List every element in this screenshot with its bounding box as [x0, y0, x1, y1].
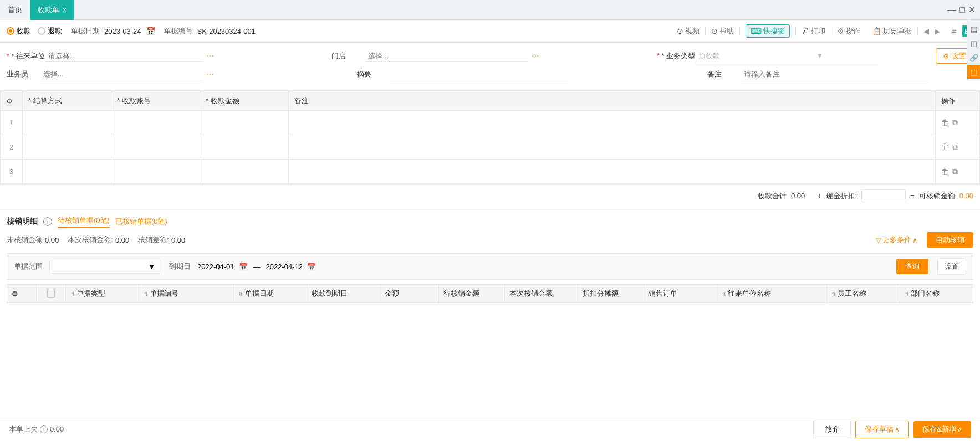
more-filter-btn[interactable]: ▽ 更多条件 ∧: [876, 235, 918, 245]
range-select[interactable]: ▼: [49, 260, 160, 274]
staff-field: 业务员 ···: [7, 68, 217, 80]
tab-done[interactable]: 已核销单据(0笔): [115, 217, 167, 227]
doc-no-value: SK-20230324-001: [197, 27, 256, 35]
row-3-account[interactable]: [111, 160, 200, 184]
help-btn[interactable]: ⊙ 帮助: [711, 26, 734, 36]
writeoff-info-icon[interactable]: i: [43, 217, 52, 226]
row-2-notes[interactable]: [289, 135, 936, 160]
row-2-amount[interactable]: [200, 135, 289, 160]
tab-receipt-close[interactable]: ×: [63, 6, 67, 14]
panel-layout-icon[interactable]: ◫: [967, 37, 981, 50]
row-3-amount[interactable]: [200, 160, 289, 184]
row-1-action: 🗑 ⧉: [936, 111, 980, 135]
footer-info-icon[interactable]: i: [40, 425, 48, 433]
shortcut-btn[interactable]: ⌨ 快捷键: [746, 24, 790, 38]
layout-list-icon[interactable]: ≡: [952, 26, 957, 36]
business-type-select[interactable]: 预收款 ▼: [695, 49, 879, 63]
sort-no-icon[interactable]: ⇅: [144, 291, 148, 297]
col-notes-header: 备注: [289, 91, 936, 111]
row-3-notes[interactable]: [289, 160, 936, 184]
save-new-btn[interactable]: 保存&新增 ∧: [913, 421, 971, 438]
receipt-table: ⚙ * 结算方式 * 收款账号 * 收款金额 备注 操作: [0, 91, 980, 184]
row-1-delete-icon[interactable]: 🗑: [941, 118, 949, 127]
partner-input[interactable]: [45, 50, 203, 62]
bottom-settings-btn[interactable]: 设置: [937, 258, 966, 275]
operation-btn[interactable]: ⚙ 操作: [837, 26, 860, 36]
sort-dept-icon[interactable]: ⇅: [905, 291, 909, 297]
radio-receipt-dot: [7, 27, 14, 35]
row-3-copy-icon[interactable]: ⧉: [952, 167, 958, 176]
sort-partner-icon[interactable]: ⇅: [722, 291, 726, 297]
btcol-date-label: 单据日期: [245, 289, 274, 298]
col-gear[interactable]: ⚙: [1, 91, 23, 111]
print-icon: 🖨: [802, 27, 809, 35]
calendar-icon[interactable]: 📅: [146, 27, 155, 35]
video-btn[interactable]: ⊙ 视频: [677, 26, 700, 36]
radio-refund[interactable]: 退款: [38, 26, 62, 36]
sort-date-icon[interactable]: ⇅: [238, 291, 243, 297]
notes-input[interactable]: [741, 68, 929, 80]
draft-btn[interactable]: 保存草稿 ∧: [855, 421, 909, 438]
row-3-action: 🗑 ⧉: [936, 160, 980, 184]
panel-expand-icon[interactable]: ⬚: [967, 65, 981, 79]
row-1-settle[interactable]: [23, 111, 111, 135]
available-label: 可核销金额: [919, 191, 955, 201]
data-table-container: ⚙ * 结算方式 * 收款账号 * 收款金额 备注 操作: [0, 91, 980, 184]
tab-home[interactable]: 首页: [0, 0, 30, 20]
partner-more-icon[interactable]: ···: [203, 51, 217, 61]
row-2-delete-icon[interactable]: 🗑: [941, 142, 949, 152]
col-settle-header: * 结算方式: [23, 91, 111, 111]
close-icon[interactable]: ✕: [968, 4, 976, 15]
col-account-label: * 收款账号: [117, 96, 151, 105]
date-start-calendar-icon[interactable]: 📅: [239, 263, 248, 271]
auto-writeoff-btn[interactable]: 自动核销: [927, 232, 973, 248]
bt-gear-icon[interactable]: ⚙: [12, 290, 18, 298]
history-btn[interactable]: 📋 历史单据: [872, 26, 912, 36]
row-3-settle[interactable]: [23, 160, 111, 184]
panel-link-icon[interactable]: 🔗: [967, 51, 981, 64]
shop-more-icon[interactable]: ···: [528, 51, 542, 61]
btcol-gear[interactable]: ⚙: [7, 285, 37, 303]
col-settle-label: * 结算方式: [28, 96, 62, 105]
sort-type-icon[interactable]: ⇅: [70, 291, 75, 297]
row-1-notes[interactable]: [289, 111, 936, 135]
plus-sign: +: [818, 192, 822, 200]
abandon-btn[interactable]: 放弃: [813, 421, 851, 438]
row-1-amount[interactable]: [200, 111, 289, 135]
shop-input[interactable]: [365, 50, 528, 62]
staff-more-icon[interactable]: ···: [203, 69, 217, 79]
sort-staff-icon[interactable]: ⇅: [831, 291, 836, 297]
date-end-calendar-icon[interactable]: 📅: [307, 263, 316, 271]
gear-icon[interactable]: ⚙: [6, 97, 13, 105]
row-2-account[interactable]: [111, 135, 200, 160]
summary-input[interactable]: [390, 68, 568, 80]
minimize-icon[interactable]: —: [947, 5, 956, 15]
tab-receipt[interactable]: 收款单 ×: [30, 0, 74, 20]
btcol-dept: ⇅ 部门名称: [900, 285, 973, 303]
discount-input[interactable]: [861, 189, 906, 202]
nav-prev-icon[interactable]: ◀: [923, 27, 929, 35]
current-value: 0.00: [115, 236, 129, 244]
row-1-account[interactable]: [111, 111, 200, 135]
radio-receipt[interactable]: 收款: [7, 26, 31, 36]
panel-table-icon[interactable]: ▤: [967, 22, 981, 35]
print-btn[interactable]: 🖨 打印: [802, 26, 825, 36]
form-row-1: * 往来单位 ··· 门店 ··· * 业务类型 预收款 ▼: [7, 48, 973, 64]
maximize-icon[interactable]: □: [959, 5, 965, 15]
discount-label: 现金折扣:: [826, 191, 857, 201]
row-2-copy-icon[interactable]: ⧉: [952, 142, 958, 152]
nav-next-icon[interactable]: ▶: [935, 27, 940, 35]
select-all-checkbox[interactable]: [47, 290, 55, 298]
select-all-checkbox-cell: [41, 290, 61, 298]
row-2-settle[interactable]: [23, 135, 111, 160]
query-btn[interactable]: 查询: [896, 259, 928, 274]
divider5: [866, 27, 866, 35]
btcol-partner-label: 往来单位名称: [728, 289, 771, 298]
business-type-label: * 业务类型: [657, 51, 695, 61]
operation-label: 操作: [846, 26, 860, 36]
staff-input[interactable]: [40, 68, 203, 80]
row-3-delete-icon[interactable]: 🗑: [941, 167, 949, 176]
row-1-copy-icon[interactable]: ⧉: [952, 118, 958, 127]
tab-pending[interactable]: 待核销单据(0笔): [58, 216, 110, 228]
date-start-value: 2022-04-01: [197, 263, 234, 271]
